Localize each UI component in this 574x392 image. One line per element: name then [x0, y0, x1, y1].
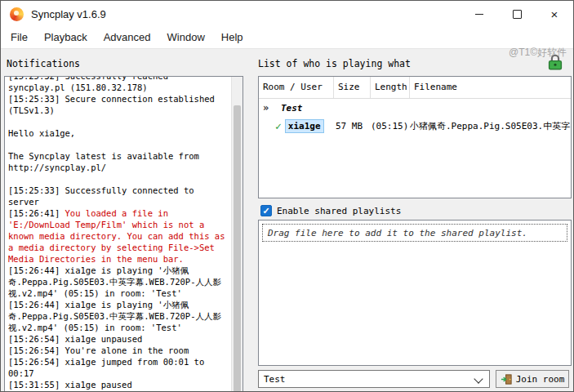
menu-item-window[interactable]: Window [159, 27, 213, 48]
menu-item-advanced[interactable]: Advanced [96, 27, 159, 48]
room-name: Test [281, 103, 303, 114]
check-icon: ✓ [275, 120, 282, 132]
chevron-down-icon [474, 374, 483, 383]
menu-item-help[interactable]: Help [213, 27, 251, 48]
log-entry: [15:25:33] Successfully connected to ser… [8, 185, 229, 207]
roster-table: Room / User Size Length Filename » Test … [258, 76, 572, 198]
expander-icon[interactable]: » [263, 102, 276, 114]
close-icon: × [551, 8, 558, 20]
user-length: (05:15) [371, 121, 410, 131]
log-entry: [15:26:41] You loaded a file in 'E:/Down… [8, 207, 229, 265]
enable-shared-playlists-row: ✓ Enable shared playlists [260, 205, 401, 216]
user-name: xia1ge [285, 119, 324, 133]
room-select-value: Test [264, 374, 286, 385]
room-select[interactable]: Test [258, 370, 490, 388]
menu-item-file[interactable]: File [2, 27, 36, 48]
room-lock-button[interactable] [545, 52, 565, 72]
room-bar: Test Join room [258, 370, 569, 388]
window-title: Syncplay v1.6.9 [31, 8, 106, 20]
user-size: 57 MB [334, 121, 371, 131]
notifications-label: Notifications [7, 58, 80, 69]
menu-bar: FilePlaybackAdvancedWindowHelp [1, 27, 573, 49]
menu-item-playback[interactable]: Playback [36, 27, 96, 48]
user-row[interactable]: ✓ xia1ge 57 MB (05:15) 小猪佩奇.Peppa.Pig.S0… [259, 117, 571, 135]
log-entry: The Syncplay latest is available from ht… [8, 150, 229, 173]
roster-label: List of who is playing what [258, 58, 411, 69]
close-button[interactable]: × [536, 1, 573, 27]
notifications-log: [15:25:32] Successfully reached syncplay… [8, 76, 229, 390]
log-scrollbar-thumb[interactable] [234, 105, 241, 392]
log-entry: [15:26:44] xia1ge is playing '小猪佩奇.Peppa… [8, 265, 229, 299]
maximize-icon [513, 10, 522, 19]
log-entry: [15:26:54] You're alone in the room [8, 345, 229, 356]
user-filename: 小猪佩奇.Peppa.Pig.S05E03.中英字 [410, 120, 571, 132]
col-header-length[interactable]: Length [371, 77, 410, 98]
roster-table-header: Room / User Size Length Filename [259, 77, 571, 99]
log-entry [8, 139, 229, 150]
checkbox-check-icon: ✓ [262, 207, 269, 216]
playlist-drop-hint: Drag file here to add it to the shared p… [262, 224, 567, 242]
app-icon [10, 7, 24, 21]
minimize-button[interactable] [461, 1, 498, 27]
log-entry: [15:25:32] Successfully reached syncplay… [8, 76, 229, 93]
log-entry: [15:26:44] xia1ge is playing '小猪佩奇.Peppa… [8, 299, 229, 333]
log-entry: [15:25:33] Secure connection established… [8, 93, 229, 116]
col-header-room-user[interactable]: Room / User [259, 77, 334, 98]
enable-playlists-checkbox[interactable]: ✓ [260, 205, 272, 216]
log-entry [8, 173, 229, 185]
maximize-button[interactable] [498, 1, 536, 27]
log-entry [8, 116, 229, 127]
col-header-size[interactable]: Size [334, 77, 371, 98]
col-header-filename[interactable]: Filename [410, 77, 571, 98]
minimize-icon [475, 14, 483, 15]
shared-playlist-area[interactable]: Drag file here to add it to the shared p… [258, 220, 572, 366]
room-row[interactable]: » Test [259, 99, 571, 117]
window-controls: × [461, 1, 573, 27]
log-entry: [15:26:54] xia1ge jumped from 00:01 to 0… [8, 356, 229, 379]
syncplay-window: Syncplay v1.6.9 × FilePlaybackAdvancedWi… [0, 0, 574, 392]
lock-icon [546, 53, 564, 71]
join-room-button[interactable]: Join room [496, 370, 569, 388]
log-entry: Hello xia1ge, [8, 127, 229, 139]
log-entry: [15:31:55] xia1ge paused [8, 379, 229, 390]
door-icon [501, 373, 513, 385]
titlebar: Syncplay v1.6.9 × [1, 1, 573, 27]
notifications-panel[interactable]: [15:25:32] Successfully reached syncplay… [4, 76, 243, 392]
enable-playlists-label: Enable shared playlists [277, 206, 401, 216]
log-scrollbar[interactable] [231, 77, 243, 392]
join-room-label: Join room [516, 374, 565, 385]
log-entry: [15:26:54] xia1ge unpaused [8, 333, 229, 345]
